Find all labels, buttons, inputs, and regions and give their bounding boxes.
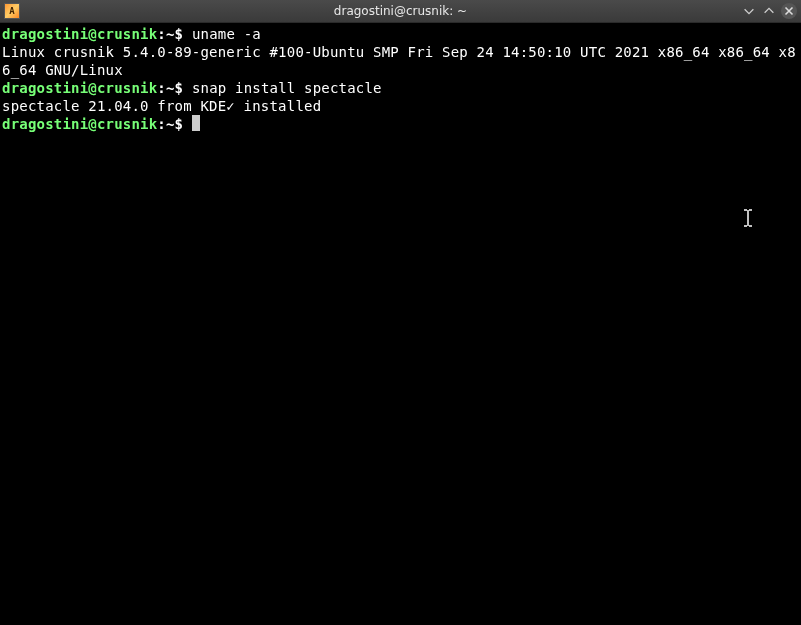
- command-text: snap install spectacle: [192, 80, 382, 96]
- minimize-button[interactable]: [741, 3, 757, 19]
- terminal-line: dragostini@crusnik:~$ snap install spect…: [2, 79, 799, 97]
- terminal-line: dragostini@crusnik:~$: [2, 115, 799, 133]
- prompt-user: dragostini@crusnik: [2, 80, 157, 96]
- prompt-path: ~: [166, 116, 175, 132]
- window-titlebar[interactable]: A dragostini@crusnik: ~: [0, 0, 801, 23]
- window-controls: [741, 3, 797, 19]
- close-icon: [782, 4, 796, 18]
- prompt-sep: :: [157, 80, 166, 96]
- maximize-button[interactable]: [761, 3, 777, 19]
- app-icon: A: [4, 3, 20, 19]
- prompt-path: ~: [166, 80, 175, 96]
- window-title: dragostini@crusnik: ~: [334, 4, 467, 18]
- prompt-user: dragostini@crusnik: [2, 116, 157, 132]
- output-line: Linux crusnik 5.4.0-89-generic #100-Ubun…: [2, 43, 799, 79]
- prompt-sep: :: [157, 116, 166, 132]
- prompt-path: ~: [166, 26, 175, 42]
- output-line: spectacle 21.04.0 from KDE✓ installed: [2, 97, 799, 115]
- text-cursor-icon: [744, 209, 752, 227]
- command-text: uname -a: [192, 26, 261, 42]
- prompt-user: dragostini@crusnik: [2, 26, 157, 42]
- close-button[interactable]: [781, 3, 797, 19]
- prompt-symbol: $: [175, 116, 192, 132]
- app-icon-letter: A: [9, 6, 14, 16]
- terminal-line: dragostini@crusnik:~$ uname -a: [2, 25, 799, 43]
- prompt-symbol: $: [175, 80, 192, 96]
- terminal-cursor: [192, 115, 200, 131]
- chevron-up-icon: [762, 4, 776, 18]
- terminal-body[interactable]: dragostini@crusnik:~$ uname -a Linux cru…: [0, 23, 801, 135]
- prompt-sep: :: [157, 26, 166, 42]
- chevron-down-icon: [742, 4, 756, 18]
- prompt-symbol: $: [175, 26, 192, 42]
